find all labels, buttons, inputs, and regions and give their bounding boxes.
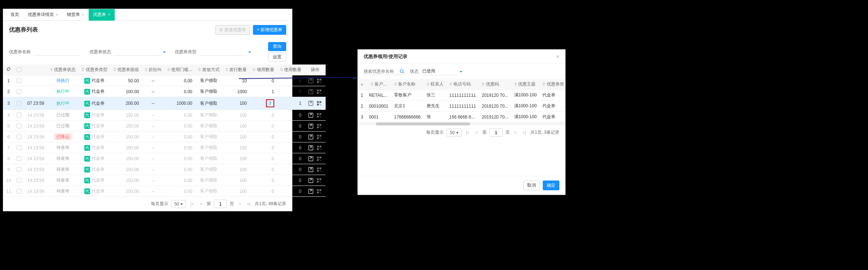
- cancel-button[interactable]: 取消: [523, 180, 540, 190]
- export-icon[interactable]: [308, 167, 313, 172]
- sort-icon[interactable]: [145, 68, 148, 72]
- select-input[interactable]: [114, 48, 161, 56]
- sort-icon[interactable]: [371, 83, 373, 86]
- qrcode-icon[interactable]: [317, 78, 322, 83]
- export-icon[interactable]: [308, 189, 313, 194]
- export-icon[interactable]: [308, 124, 313, 129]
- table-row[interactable]: 4 14 23:59 已过期 代 代金券 150.00 -- 0.00 客户领取…: [3, 110, 326, 121]
- gear-icon[interactable]: [6, 68, 11, 73]
- page-input[interactable]: [490, 128, 503, 137]
- confirm-button[interactable]: 确定: [543, 180, 559, 190]
- export-icon[interactable]: [308, 101, 313, 106]
- export-icon[interactable]: [308, 178, 313, 183]
- table-row[interactable]: 5 14 23:59 已过期 代 代金券 150.00 -- 0.00 客户领取…: [3, 121, 326, 132]
- dialog-search-input[interactable]: [364, 69, 400, 74]
- qrcode-icon[interactable]: [317, 124, 322, 129]
- export-icon[interactable]: [308, 89, 313, 94]
- qrcode-icon[interactable]: [317, 113, 322, 118]
- table-row[interactable]: 7 14 23:59 待发布 代 代金券 150.00 -- 0.00 客户领取…: [3, 142, 326, 153]
- row-checkbox[interactable]: [17, 167, 21, 172]
- close-icon[interactable]: ×: [556, 54, 559, 59]
- qrcode-icon[interactable]: [317, 134, 322, 140]
- table-row[interactable]: 1 待执行 代 代金券 50.00 -- 0.00 客户领取 10 0 0: [3, 75, 326, 86]
- qrcode-icon[interactable]: [317, 167, 322, 172]
- page-input[interactable]: [214, 200, 227, 208]
- sort-icon[interactable]: [167, 68, 170, 72]
- select-all-checkbox[interactable]: [17, 67, 21, 72]
- tab-coupon[interactable]: 优惠券×: [89, 9, 115, 21]
- search-icon[interactable]: [400, 69, 404, 74]
- table-row[interactable]: 1 RETAIL... 零散客户 张三 11111111111 2019120 …: [358, 90, 565, 101]
- prev-page-button[interactable]: <: [198, 202, 204, 207]
- coupon-type-select[interactable]: [199, 48, 251, 56]
- row-checkbox[interactable]: [17, 89, 21, 94]
- table-row[interactable]: 9 14 23:59 待发布 代 代金券 150.00 -- 0.00 客户领取…: [3, 164, 326, 175]
- per-page-select[interactable]: 50 ▾: [446, 129, 461, 137]
- close-icon[interactable]: ×: [56, 13, 58, 17]
- table-row[interactable]: 8 14 23:59 待发布 代 代金券 150.00 -- 0.00 客户领取…: [3, 153, 326, 164]
- prev-page-button[interactable]: <: [474, 130, 479, 135]
- export-icon[interactable]: [308, 145, 313, 150]
- table-row[interactable]: 6 14 23:59 已终止 代 代金券 150.00 -- 0.00 客户领取…: [3, 132, 326, 142]
- coupon-status-select[interactable]: [114, 48, 166, 56]
- export-icon[interactable]: [308, 78, 313, 83]
- row-checkbox[interactable]: [17, 134, 21, 139]
- sort-icon[interactable]: [81, 68, 84, 72]
- table-row[interactable]: 2 00010001 北京1 唐先生 11111111111 2019120 7…: [358, 101, 565, 112]
- next-page-button[interactable]: >: [237, 202, 242, 207]
- claimed-count-link[interactable]: 3: [266, 99, 274, 107]
- row-checkbox[interactable]: [17, 156, 21, 161]
- qrcode-icon[interactable]: [317, 145, 322, 150]
- next-page-button[interactable]: >: [513, 130, 518, 135]
- add-coupon-button[interactable]: + 新增优惠券: [253, 25, 286, 35]
- horizontal-scrollbar[interactable]: [358, 122, 565, 125]
- export-icon[interactable]: [308, 113, 313, 118]
- sort-icon[interactable]: [542, 83, 545, 86]
- qrcode-icon[interactable]: [317, 156, 322, 161]
- sort-icon[interactable]: [280, 68, 283, 72]
- sort-icon[interactable]: [253, 68, 255, 72]
- sort-icon[interactable]: [449, 83, 452, 86]
- table-row[interactable]: 3 07 23:59 执行中 代 代金券 200.00 -- 1000.00 客…: [3, 97, 326, 110]
- last-page-button[interactable]: >|: [521, 130, 528, 135]
- sort-icon[interactable]: [198, 68, 201, 72]
- table-row[interactable]: 2 执行中 代 代金券 100.00 -- 0.00 客户领取 1000 1 0: [3, 86, 326, 97]
- qrcode-icon[interactable]: [317, 189, 322, 194]
- sort-icon[interactable]: [427, 83, 429, 86]
- last-page-button[interactable]: >|: [245, 202, 252, 207]
- sort-icon[interactable]: [225, 68, 228, 72]
- close-icon[interactable]: ×: [108, 13, 110, 17]
- row-checkbox[interactable]: [17, 101, 21, 106]
- first-page-button[interactable]: |<: [189, 202, 195, 207]
- row-checkbox[interactable]: [17, 113, 21, 117]
- table-row[interactable]: 11 14 23:59 待发布 代 代金券 150.00 -- 0.00 客户领…: [3, 186, 326, 197]
- settings-button[interactable]: 设置: [268, 53, 286, 62]
- row-checkbox[interactable]: [17, 78, 21, 83]
- sort-icon[interactable]: [50, 68, 53, 72]
- sort-icon[interactable]: [482, 83, 484, 86]
- gear-icon[interactable]: [361, 82, 363, 87]
- qrcode-icon[interactable]: [317, 89, 322, 94]
- row-checkbox[interactable]: [17, 189, 21, 194]
- table-row[interactable]: 10 14 23:59 待发布 代 代金券 150.00 -- 0.00 客户领…: [3, 175, 326, 186]
- close-icon[interactable]: ×: [82, 13, 84, 17]
- sort-icon[interactable]: [514, 83, 517, 86]
- export-icon[interactable]: [308, 156, 313, 161]
- sort-icon[interactable]: [113, 68, 116, 72]
- table-row[interactable]: 3 0001 17666666666 张 156 6666 6... 20191…: [358, 112, 565, 122]
- tab-home[interactable]: 首页: [6, 9, 24, 21]
- coupon-name-input[interactable]: [34, 48, 81, 56]
- query-button[interactable]: 查询: [268, 42, 286, 51]
- distribute-coupon-button[interactable]: ⊘ 发放优惠券: [215, 25, 250, 35]
- tab-coupon-detail[interactable]: 优惠券详情页×: [24, 9, 63, 21]
- select-input[interactable]: [199, 48, 246, 56]
- row-checkbox[interactable]: [17, 145, 21, 150]
- qrcode-icon[interactable]: [317, 178, 322, 183]
- row-checkbox[interactable]: [17, 178, 21, 183]
- qrcode-icon[interactable]: [317, 101, 322, 106]
- sort-icon[interactable]: [394, 83, 397, 86]
- row-checkbox[interactable]: [17, 124, 21, 128]
- first-page-button[interactable]: |<: [465, 130, 471, 135]
- dialog-status-select[interactable]: 已使用: [422, 67, 463, 75]
- per-page-select[interactable]: 50 ▾: [171, 200, 186, 208]
